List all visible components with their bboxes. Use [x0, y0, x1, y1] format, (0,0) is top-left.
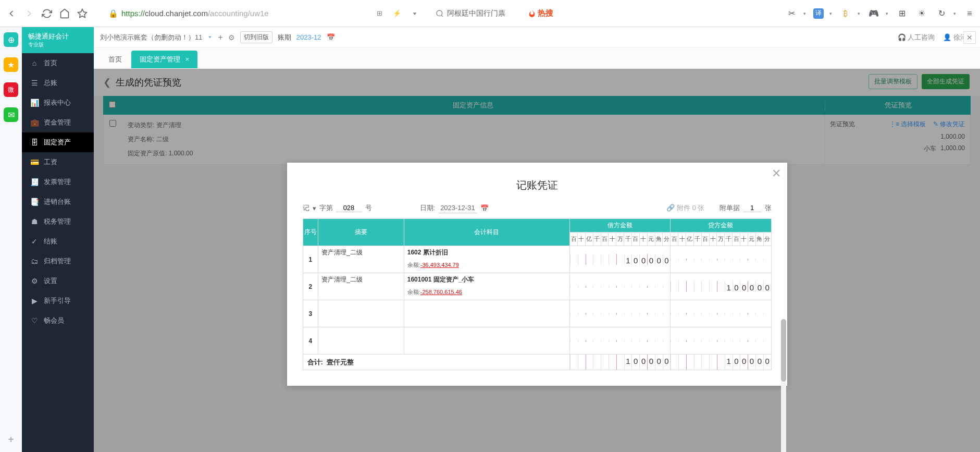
- url-proto: https://: [121, 9, 145, 18]
- url-bar[interactable]: 🔒 https:// cloud.chanjet.com /accounting…: [108, 4, 369, 23]
- translate-icon[interactable]: 译: [813, 8, 824, 19]
- svg-point-2: [437, 10, 442, 16]
- search-hint[interactable]: 阿根廷中国行门票: [436, 9, 524, 18]
- theme-icon[interactable]: ☀: [915, 7, 928, 20]
- lock-icon: 🔒: [108, 9, 118, 18]
- svg-marker-0: [78, 9, 87, 17]
- qr-icon[interactable]: ⊞: [372, 6, 387, 21]
- game-icon[interactable]: 🎮: [867, 7, 880, 20]
- svg-marker-1: [413, 13, 417, 15]
- url-domain: cloud.chanjet.com: [145, 9, 208, 18]
- back-icon[interactable]: [4, 6, 19, 21]
- forward-icon[interactable]: [22, 6, 36, 21]
- star-icon[interactable]: [75, 6, 90, 21]
- browser-right-tools: ✂▾ 译▾ ₿▾ 🎮▾ ⊞ ☀ ↻▾ ≡: [785, 7, 976, 20]
- apps-icon[interactable]: ⊞: [896, 7, 908, 20]
- svg-line-3: [441, 15, 443, 17]
- menu-icon[interactable]: ≡: [963, 7, 976, 20]
- bolt-icon[interactable]: ⚡: [390, 6, 404, 21]
- hot-search-badge[interactable]: 热搜: [527, 8, 553, 18]
- wallet-icon[interactable]: ₿: [839, 7, 852, 20]
- url-path: /accounting/uw1e: [208, 9, 269, 18]
- scissors-icon[interactable]: ✂: [785, 7, 798, 20]
- dropdown-icon[interactable]: [407, 6, 422, 21]
- home-icon[interactable]: [57, 6, 72, 21]
- search-hint-text: 阿根廷中国行门票: [447, 9, 505, 18]
- fire-icon: [527, 9, 537, 18]
- browser-toolbar: 🔒 https:// cloud.chanjet.com /accounting…: [0, 0, 980, 27]
- reload-icon[interactable]: [40, 6, 54, 21]
- hot-search-text: 热搜: [538, 8, 553, 18]
- history-icon[interactable]: ↻: [935, 7, 948, 20]
